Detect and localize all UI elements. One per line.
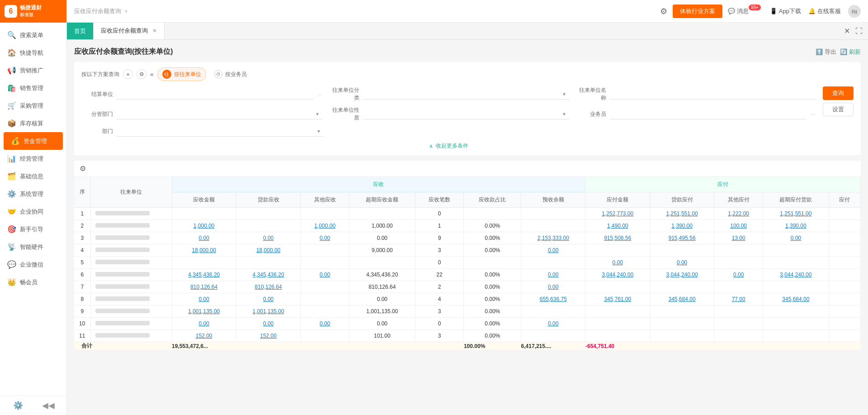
filter-select-partner-category[interactable]: ▾ [363,89,569,100]
cell-ar-prepaid[interactable]: 2,153,333.00 [521,232,585,244]
sidebar-item-quick-nav[interactable]: 🏠快捷导航 [0,44,66,62]
cell-ap-overdue[interactable]: 0.00 [763,232,829,244]
cell-ar-amount[interactable]: 0.00 [172,232,236,244]
cell-ap-overdue[interactable]: 3,044,240.00 [763,269,829,281]
cell-ar-loan[interactable]: 0.00 [236,318,300,330]
cell-ap-other[interactable]: 13.00 [714,232,763,244]
cell-ar-amount[interactable]: 18,000.00 [172,244,236,257]
cell-ap-loan[interactable]: 3,044,240.00 [650,269,714,281]
cell-ar-other[interactable]: 1,000.00 [301,220,349,232]
cell-ap-loan[interactable]: 0.00 [650,257,714,269]
tab-home[interactable]: 首页 [67,23,94,39]
user-avatar[interactable]: Rit [848,5,861,18]
sidebar-item-collab[interactable]: 🤝企业协同 [0,203,66,220]
promo-button[interactable]: 体验行业方案 [673,5,722,18]
cell-ar-loan[interactable]: 152.00 [236,330,300,342]
cell-ar-loan[interactable]: 810,126.64 [236,281,300,293]
tab-maximize-icon[interactable]: ⛶ [855,27,863,35]
cell-ap-overdue[interactable]: 1,390.00 [763,220,829,232]
cell-ar-amount[interactable]: 0.00 [172,318,236,330]
cell-ar-loan[interactable]: 0.00 [236,232,300,244]
tab-close-icon[interactable]: ✕ [152,28,157,34]
messages-btn[interactable]: 💬 消息 99+ [728,7,763,15]
sidebar-collapse-btn[interactable]: ◀◀ [35,401,62,410]
filter-select-department[interactable]: ▾ [117,126,324,137]
gear-button[interactable]: ⚙ [660,6,667,16]
cell-ar-prepaid[interactable]: 0.00 [521,244,585,257]
online-service-btn[interactable]: 🔔 在线客服 [808,7,841,15]
cell-ar-other[interactable]: 0.00 [301,232,349,244]
cell-ar-prepaid[interactable]: 0.00 [521,318,585,330]
cell-ar-loan[interactable]: 18,000.00 [236,244,300,257]
cell-ar-amount[interactable]: 810,126.64 [172,281,236,293]
sidebar-item-finance[interactable]: 💰资金管理 [4,132,63,150]
cell-ar-loan[interactable]: 4,345,436.20 [236,269,300,281]
cell-ap-amount[interactable]: 1,490.00 [585,220,650,232]
cell-ar-prepaid[interactable]: 0.00 [521,281,585,293]
cell-ap-loan[interactable]: 915,495.56 [650,232,714,244]
filter-input-partner-name[interactable] [610,89,816,100]
cell-ap-amount[interactable]: 345,761.00 [585,293,650,305]
filter-collapse-btn[interactable]: ∧ 收起更多条件 [81,142,816,150]
filter-select-dept[interactable]: ▾ [117,109,322,119]
sidebar-item-hardware[interactable]: 📡智能硬件 [0,238,66,256]
table-settings-icon[interactable]: ⚙ [80,164,86,173]
filter-dots-salesperson[interactable]: ··· [810,110,816,118]
filter-setting-btn[interactable]: ⚙ [137,69,146,79]
filter-select-partner-nature[interactable]: ▾ [363,109,569,119]
cell-ar-prepaid[interactable]: 0.00 [521,269,585,281]
tab-ar-ap[interactable]: 应收应付余额查询 ✕ [94,23,165,39]
sidebar-item-marketing[interactable]: 📢营销推广 [0,62,66,79]
sidebar-settings-btn[interactable]: ⚙️ [5,401,32,410]
cell-ap-amount[interactable]: 3,044,240.00 [585,269,650,281]
sidebar-item-wechat[interactable]: 💬企业微信 [0,256,66,273]
cell-ar-amount[interactable]: 1,000.00 [172,220,236,232]
total-ar-prepaid[interactable]: 6,417,215.... [521,342,585,350]
query-button[interactable]: 查询 [823,86,854,100]
sidebar-item-basic-info[interactable]: 🗂️基础信息 [0,167,66,185]
refresh-button[interactable]: 🔄 刷新 [840,48,861,56]
filter-input-settlement[interactable] [117,89,314,100]
cell-ap-overdue[interactable]: 345,684.00 [763,293,829,305]
tab-close-window-icon[interactable]: ✕ [844,27,850,35]
filter-option-partner[interactable]: 往 按往来单位 [157,67,206,81]
cell-ar-other[interactable]: 0.00 [301,269,349,281]
sidebar-item-member[interactable]: 👑畅会员 [0,273,66,291]
filter-collapse-btn[interactable]: « [150,71,154,78]
cell-ar-loan[interactable]: 1,001,135.00 [236,305,300,318]
setting-button[interactable]: 设置 [823,103,854,116]
sidebar-item-guide[interactable]: 🎯新手引导 [0,220,66,238]
export-button[interactable]: ⬆️ 导出 [816,48,836,56]
sidebar-item-operations[interactable]: 📊经营管理 [0,150,66,167]
sidebar-item-inventory[interactable]: 📦库存核算 [0,114,66,132]
filter-add-btn[interactable]: + [123,69,133,79]
sidebar-item-search[interactable]: 🔍搜索菜单 [0,26,66,44]
cell-ar-amount[interactable]: 4,345,436.20 [172,269,236,281]
cell-ap-amount[interactable]: 915,508.56 [585,232,650,244]
cell-ar-loan[interactable]: 0.00 [236,293,300,305]
cell-ap-overdue[interactable]: 1,251,551.00 [763,208,829,220]
cell-ar-amount[interactable]: 1,001,135.00 [172,305,236,318]
cell-ap-other[interactable]: 77.00 [714,293,763,305]
cell-ap-other[interactable]: 1,222.00 [714,208,763,220]
sidebar-item-purchase[interactable]: 🛒采购管理 [0,97,66,114]
cell-ap-other[interactable]: 100.00 [714,220,763,232]
cell-ap-amount[interactable]: 1,252,773.00 [585,208,650,220]
cell-ap-loan[interactable]: 345,684.00 [650,293,714,305]
filter-option-salesperson[interactable]: ⏱ 按业务员 [210,68,251,80]
total-ar-amount[interactable]: 19,553,472,6... [172,342,236,350]
cell-ap-other[interactable]: 0.00 [714,269,763,281]
app-download-btn[interactable]: 📱 App下载 [770,7,801,15]
filter-input-salesperson[interactable] [610,109,807,119]
cell-ap-loan[interactable]: 1,390.00 [650,220,714,232]
cell-ar-other[interactable]: 0.00 [301,318,349,330]
cell-ap-amount[interactable]: 0.00 [585,257,650,269]
filter-dots-settlement[interactable]: ··· [317,91,323,98]
header-actions: 💬 消息 99+ 📱 App下载 🔔 在线客服 Rit [728,5,861,18]
sidebar-item-sales[interactable]: 🛍️销售管理 [0,79,66,97]
cell-ap-loan[interactable]: 1,251,551.00 [650,208,714,220]
cell-ar-amount[interactable]: 152.00 [172,330,236,342]
sidebar-item-system[interactable]: ⚙️系统管理 [0,185,66,203]
cell-ar-prepaid[interactable]: 655,636.75 [521,293,585,305]
cell-ar-amount[interactable]: 0.00 [172,293,236,305]
